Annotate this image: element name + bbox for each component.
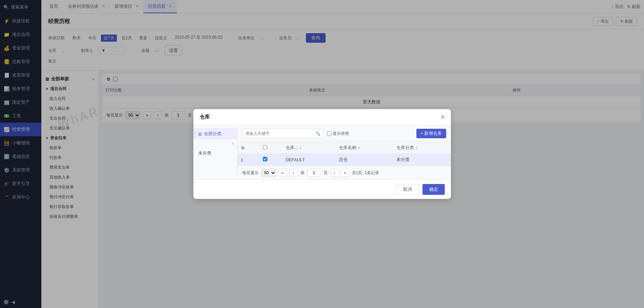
- modal-header-row: ⚙ 仓库... ⇅ 仓库名称: [237, 142, 451, 154]
- modal-category-all[interactable]: ⊞ 全部分类: [193, 128, 237, 140]
- code-sort-icon: ⇅: [299, 146, 302, 150]
- cancel-button[interactable]: 取消: [396, 184, 419, 195]
- modal-table-area: ⚙ 仓库... ⇅ 仓库名称: [237, 142, 451, 166]
- modal-search-icon: 🔍: [315, 131, 320, 136]
- category-sort-icon: ⇅: [415, 146, 418, 150]
- modal-total-info: 共1页, 1条记录: [352, 170, 379, 176]
- modal-overlay: 仓库 ✕ ⊞ 全部分类 « 未分类: [0, 0, 644, 308]
- row-checkbox[interactable]: [263, 157, 267, 161]
- modal-header: 仓库 ✕: [193, 109, 451, 125]
- row-category: 未分类: [393, 154, 451, 166]
- modal-footer-pagination: 每页显示 50 « ‹ 第 页 › » 共1页, 1条记录: [237, 166, 451, 180]
- modal-toolbar: 🔍 显示停用 + 新增仓库: [237, 125, 451, 142]
- th-modal-category[interactable]: 仓库分类 ⇅: [393, 142, 451, 154]
- modal-prev-page-btn[interactable]: ‹: [290, 169, 298, 177]
- modal-first-page-btn[interactable]: «: [279, 169, 287, 177]
- add-warehouse-btn[interactable]: + 新增仓库: [416, 129, 446, 138]
- modal-table: ⚙ 仓库... ⇅ 仓库名称: [237, 142, 451, 166]
- settings-icon2[interactable]: ⚙: [241, 145, 245, 150]
- modal-table-head: ⚙ 仓库... ⇅ 仓库名称: [237, 142, 451, 154]
- warehouse-modal: 仓库 ✕ ⊞ 全部分类 « 未分类: [193, 109, 451, 199]
- modal-next-page-btn[interactable]: ›: [330, 169, 338, 177]
- row-name: 总仓: [335, 154, 393, 166]
- th-modal-settings: ⚙: [237, 142, 259, 154]
- modal-body: ⊞ 全部分类 « 未分类 🔍: [193, 125, 451, 180]
- modal-left-panel: ⊞ 全部分类 « 未分类: [193, 125, 237, 180]
- th-modal-code[interactable]: 仓库... ⇅: [282, 142, 336, 154]
- th-modal-name[interactable]: 仓库名称 ⇅: [335, 142, 393, 154]
- modal-page-label: 第: [300, 170, 305, 176]
- th-modal-checkbox: [259, 142, 282, 154]
- modal-close-btn[interactable]: ✕: [440, 114, 445, 120]
- left-panel-collapse-btn[interactable]: «: [232, 141, 234, 146]
- modal-search-box[interactable]: 🔍: [242, 129, 324, 138]
- show-disabled-checkbox-label[interactable]: 显示停用: [327, 131, 349, 137]
- modal-select-all[interactable]: [263, 145, 267, 149]
- modal-per-page-label: 每页显示: [242, 170, 258, 176]
- modal-per-page-select[interactable]: 50: [261, 169, 276, 177]
- show-disabled-label: 显示停用: [333, 131, 349, 137]
- row-code: DEFAULT: [282, 154, 336, 166]
- code-col-label: 仓库...: [286, 145, 298, 150]
- grid-icon: ⊞: [198, 131, 202, 137]
- modal-title: 仓库: [200, 114, 210, 120]
- table-row[interactable]: 1 DEFAULT 总仓 未分类: [237, 154, 451, 166]
- modal-page-label2: 页: [324, 170, 328, 176]
- row-checkbox-cell: [259, 154, 282, 166]
- modal-table-body: 1 DEFAULT 总仓 未分类: [237, 154, 451, 166]
- name-col-label: 仓库名称: [339, 145, 356, 150]
- category-all-label: 全部分类: [204, 131, 222, 137]
- confirm-button[interactable]: 确定: [422, 184, 445, 195]
- row-settings: 1: [237, 154, 259, 166]
- modal-right-panel: 🔍 显示停用 + 新增仓库 ⚙: [237, 125, 451, 180]
- modal-page-input[interactable]: [307, 169, 321, 177]
- modal-category-unclassified[interactable]: 未分类: [193, 147, 237, 159]
- modal-search-input[interactable]: [245, 131, 315, 136]
- name-sort-icon: ⇅: [358, 146, 360, 150]
- show-disabled-checkbox[interactable]: [327, 131, 331, 136]
- modal-last-page-btn[interactable]: »: [341, 169, 349, 177]
- category-col-label: 仓库分类: [396, 145, 414, 150]
- modal-actions: 取消 确定: [193, 180, 451, 199]
- unclassified-label: 未分类: [198, 150, 211, 156]
